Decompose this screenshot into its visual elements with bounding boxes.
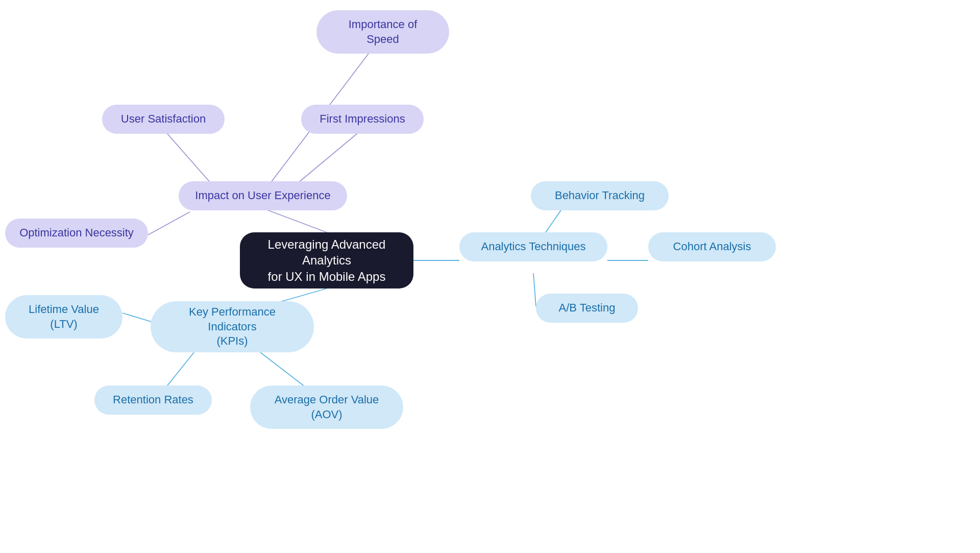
behavior-tracking-label: Behavior Tracking xyxy=(555,188,645,203)
importance-of-speed-node: Importance of Speed xyxy=(316,10,449,54)
analytics-techniques-node: Analytics Techniques xyxy=(459,232,607,261)
retention-rates-label: Retention Rates xyxy=(113,393,193,407)
impact-on-user-experience-node: Impact on User Experience xyxy=(179,181,347,210)
analytics-techniques-label: Analytics Techniques xyxy=(481,239,585,254)
first-impressions-node: First Impressions xyxy=(301,105,424,134)
first-impressions-label: First Impressions xyxy=(320,112,405,127)
retention-rates-node: Retention Rates xyxy=(94,386,212,415)
behavior-tracking-node: Behavior Tracking xyxy=(531,181,669,210)
importance-of-speed-label: Importance of Speed xyxy=(331,17,435,46)
svg-line-0 xyxy=(263,208,327,232)
user-satisfaction-label: User Satisfaction xyxy=(121,112,206,127)
average-order-value-node: Average Order Value (AOV) xyxy=(250,386,403,429)
cohort-analysis-label: Cohort Analysis xyxy=(673,239,751,254)
lifetime-value-label: Lifetime Value (LTV) xyxy=(19,302,108,331)
ab-testing-label: A/B Testing xyxy=(559,301,616,316)
aov-label: Average Order Value (AOV) xyxy=(264,393,389,422)
svg-line-8 xyxy=(533,273,536,306)
svg-line-4 xyxy=(148,212,190,235)
center-node-label: Leveraging Advanced Analyticsfor UX in M… xyxy=(254,236,399,284)
kpi-label: Key Performance Indicators(KPIs) xyxy=(165,305,300,349)
cohort-analysis-node: Cohort Analysis xyxy=(648,232,776,261)
center-node: Leveraging Advanced Analyticsfor UX in M… xyxy=(240,232,413,288)
optimization-necessity-node: Optimization Necessity xyxy=(5,219,148,248)
lifetime-value-node: Lifetime Value (LTV) xyxy=(5,295,122,339)
user-satisfaction-node: User Satisfaction xyxy=(102,105,225,134)
optimization-label: Optimization Necessity xyxy=(19,226,134,241)
impact-on-ux-label: Impact on User Experience xyxy=(195,188,330,203)
ab-testing-node: A/B Testing xyxy=(536,294,638,323)
kpi-node: Key Performance Indicators(KPIs) xyxy=(151,301,314,352)
